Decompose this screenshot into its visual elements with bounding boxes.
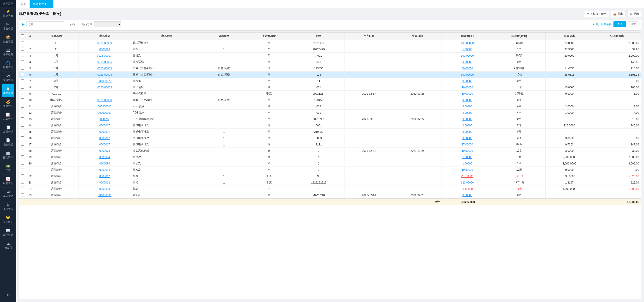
category-select[interactable] <box>94 21 121 27</box>
goods-code-link[interactable]: 0023-00008 <box>98 99 112 102</box>
goods-code-link[interactable]: 0000012 <box>99 175 110 178</box>
sidebar-item-enterprise[interactable]: 🤝企业协同 <box>2 213 14 226</box>
goods-code-link[interactable]: 000900001 <box>98 105 112 108</box>
goods-code-link[interactable]: 0000017 <box>99 143 110 146</box>
qty-main-link[interactable]: 100.00000 <box>461 42 474 45</box>
goods-code-link[interactable]: 0000029 <box>99 187 110 191</box>
qty-main-link[interactable]: 4.00000 <box>462 105 472 108</box>
display-button[interactable]: 👁 显示 <box>627 11 641 17</box>
goods-code-link[interactable]: 0000017 <box>99 137 110 140</box>
sidebar-item-invoice[interactable]: 🧾发票管理 <box>2 123 14 136</box>
qty-main-link[interactable]: 0.00000 <box>462 118 472 121</box>
goods-code-link[interactable]: 0023-00005 <box>98 86 112 89</box>
print-button[interactable]: 🖨 按模板打印▼ <box>584 11 609 17</box>
qty-main-link[interactable]: -16.00000 <box>461 175 474 178</box>
goods-code-link[interactable]: 0000078 <box>99 149 110 153</box>
goods-code-link[interactable]: 0000029 <box>99 48 110 51</box>
qty-main-link[interactable]: 2.00000 <box>462 124 472 127</box>
row-checkbox[interactable] <box>19 161 26 167</box>
sidebar-item-basic[interactable]: 🗂基础信息 <box>2 188 14 200</box>
qty-main-link[interactable]: 10.00000 <box>462 168 473 172</box>
goods-code-link[interactable]: 0023-00005 <box>98 67 112 70</box>
qty-main-link[interactable]: -1.00000 <box>462 187 472 191</box>
sidebar-item-settings[interactable]: ⚙ <box>6 291 11 300</box>
sidebar-item-overall[interactable]: 📊总账管理 <box>2 110 14 123</box>
row-checkbox[interactable] <box>19 103 26 110</box>
warehouse-input[interactable] <box>26 21 64 27</box>
sidebar-item-finance[interactable]: 💰资金管理 <box>2 97 14 110</box>
goods-code-link[interactable]: 0023-00008 <box>98 73 112 76</box>
goods-code-link[interactable]: 0023-0000... <box>97 54 112 57</box>
row-checkbox[interactable] <box>19 180 26 186</box>
goods-code-link[interactable]: 0000084 <box>99 162 110 165</box>
filter-settings-button[interactable]: 设置 <box>628 21 638 27</box>
sidebar-search[interactable]: 搜索菜单 <box>0 0 16 7</box>
row-checkbox[interactable] <box>19 84 26 91</box>
row-checkbox[interactable] <box>19 154 26 161</box>
row-checkbox[interactable] <box>19 173 26 180</box>
goods-code-link[interactable]: 0000084 <box>99 156 110 159</box>
row-checkbox[interactable] <box>19 110 26 116</box>
qty-main-link[interactable]: 4.00000 <box>462 111 472 114</box>
qty-main-link[interactable]: 10.00000 <box>462 92 473 95</box>
goods-code-link[interactable]: 0023-00009 <box>98 42 112 45</box>
qty-main-link[interactable]: 49.60000 <box>462 67 473 70</box>
expand-conditions-btn[interactable]: ▼ 展开更多条件 <box>592 23 612 26</box>
goods-code-link[interactable]: 0023-00005 <box>98 61 112 64</box>
row-checkbox[interactable] <box>19 192 26 199</box>
qty-main-link[interactable]: 0.00000 <box>462 61 472 64</box>
goods-code-link[interactable]: 0000017 <box>99 130 110 133</box>
row-checkbox[interactable] <box>19 72 26 78</box>
row-checkbox[interactable] <box>19 46 26 53</box>
qty-main-link[interactable]: 10.00000 <box>462 86 473 89</box>
sidebar-item-quick-nav[interactable]: ⚡快捷导航 <box>2 7 14 20</box>
tab-close-icon[interactable]: ✕ <box>48 3 51 6</box>
qty-main-link[interactable]: 0.00000 <box>462 80 472 83</box>
qty-main-link[interactable]: 0.00000 <box>462 99 472 102</box>
qty-main-link[interactable]: 1.00000 <box>462 48 472 51</box>
goods-code-link[interactable]: 000900001 <box>98 111 112 114</box>
filter-expand-arrow[interactable]: ▶ <box>22 23 24 26</box>
sidebar-item-wholesale[interactable]: 📦批发管理 <box>2 33 14 46</box>
row-checkbox[interactable] <box>19 129 26 135</box>
row-checkbox[interactable] <box>19 40 26 46</box>
row-checkbox[interactable] <box>19 141 26 148</box>
qty-main-link[interactable]: 122.00000 <box>461 181 474 184</box>
sidebar-item-inventory[interactable]: 📋库存核查 <box>2 84 14 97</box>
goods-code-link[interactable]: 0000017 <box>99 124 110 127</box>
select-all-checkbox[interactable] <box>21 35 24 37</box>
row-checkbox[interactable] <box>19 122 26 129</box>
row-checkbox[interactable] <box>19 116 26 122</box>
search-button[interactable]: 查询 <box>614 21 626 27</box>
sidebar-item-new-guide[interactable]: 📖新手引导 <box>2 226 14 239</box>
sidebar-item-ops[interactable]: 📈经营管理 <box>2 175 14 188</box>
row-checkbox[interactable] <box>19 78 26 84</box>
tab-inventory-batch[interactable]: 库存批次▼ ✕ <box>30 0 54 8</box>
row-checkbox[interactable] <box>19 167 26 173</box>
row-checkbox[interactable] <box>19 91 26 97</box>
sidebar-item-system[interactable]: ⚙系统管理 <box>2 200 14 213</box>
row-checkbox[interactable] <box>19 97 26 103</box>
qty-main-link[interactable]: 0.00000 <box>462 130 472 133</box>
goods-code-link[interactable]: 001000026 <box>98 80 112 83</box>
row-checkbox[interactable] <box>19 148 26 154</box>
qty-main-link[interactable]: 10.00000 <box>462 149 473 153</box>
sidebar-item-payroll[interactable]: 💵工资 <box>2 162 14 175</box>
qty-main-link[interactable]: 1.00000 <box>462 162 472 165</box>
sidebar-item-purchase[interactable]: 🛍采购管理 <box>2 72 14 84</box>
tab-home[interactable]: 首页 <box>18 0 30 8</box>
sidebar-item-tax[interactable]: 📑税务管理 <box>2 136 14 149</box>
sidebar-item-retail[interactable]: 🛒零售管理 <box>2 20 14 33</box>
sidebar-item-mini-ecom[interactable]: 💻小额电商 <box>2 46 14 59</box>
qty-main-link[interactable]: 3.00000 <box>462 137 472 140</box>
qty-main-link[interactable]: 100.00000 <box>461 54 474 57</box>
sidebar-item-fixed-asset[interactable]: 🏢固定资产 <box>2 149 14 162</box>
goods-code-link[interactable]: 000097 <box>100 118 109 121</box>
goods-code-link[interactable]: 001000031 <box>98 194 112 197</box>
qty-main-link[interactable]: 100.00000 <box>461 73 474 76</box>
goods-code-link[interactable]: 0000084 <box>99 168 110 172</box>
row-checkbox[interactable] <box>19 53 26 59</box>
row-checkbox[interactable] <box>19 59 26 65</box>
row-checkbox[interactable] <box>19 135 26 141</box>
sidebar-item-ecom[interactable]: 🌐电商管理 <box>2 59 14 72</box>
